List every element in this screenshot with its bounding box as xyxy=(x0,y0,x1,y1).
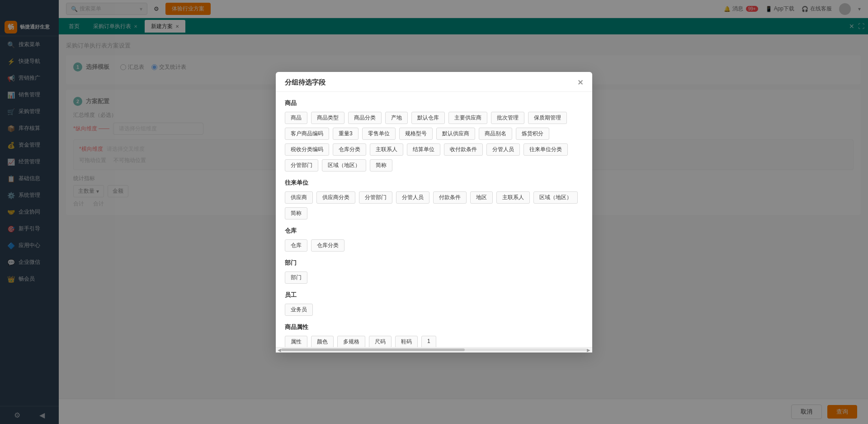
field-tag-分管部门[interactable]: 分管部门 xyxy=(359,191,392,204)
scroll-right-icon[interactable]: ▶ xyxy=(587,348,590,353)
field-tag-规格型号[interactable]: 规格型号 xyxy=(399,128,433,140)
section-title-employee: 员工 xyxy=(285,291,583,299)
scroll-left-icon[interactable]: ◀ xyxy=(278,348,281,353)
field-tag-颜色[interactable]: 颜色 xyxy=(311,336,334,347)
modal-body: 商品商品商品类型商品分类产地默认仓库主要供应商批次管理保质期管理客户商品编码重量… xyxy=(276,92,592,347)
field-tag-默认仓库[interactable]: 默认仓库 xyxy=(411,112,445,124)
field-tag-属性[interactable]: 属性 xyxy=(285,336,307,347)
section-title-goods: 商品 xyxy=(285,99,583,107)
field-tag-结算单位[interactable]: 结算单位 xyxy=(407,143,440,156)
field-tags-goods: 商品商品类型商品分类产地默认仓库主要供应商批次管理保质期管理客户商品编码重量3零… xyxy=(285,112,583,172)
field-tag-主要供应商[interactable]: 主要供应商 xyxy=(448,112,487,124)
field-tag-业务员[interactable]: 业务员 xyxy=(285,304,313,316)
field-tag-尺码[interactable]: 尺码 xyxy=(369,336,392,347)
field-tag-批次管理[interactable]: 批次管理 xyxy=(491,112,524,124)
field-tag-仓库[interactable]: 仓库 xyxy=(285,239,307,252)
field-tags-partner: 供应商供应商分类分管部门分管人员付款条件地区主联系人区域（地区）简称 xyxy=(285,191,583,219)
field-tag-分管人员[interactable]: 分管人员 xyxy=(486,143,520,156)
field-tag-区域（地区）[interactable]: 区域（地区） xyxy=(533,191,578,204)
modal-overlay: 分组待选字段 ✕ 商品商品商品类型商品分类产地默认仓库主要供应商批次管理保质期管… xyxy=(0,0,868,424)
section-title-partner: 往来单位 xyxy=(285,179,583,187)
field-tags-department: 部门 xyxy=(285,272,583,284)
field-picker-modal: 分组待选字段 ✕ 商品商品商品类型商品分类产地默认仓库主要供应商批次管理保质期管… xyxy=(276,72,592,353)
field-tag-客户商品编码[interactable]: 客户商品编码 xyxy=(285,128,329,140)
field-tag-税收分类编码[interactable]: 税收分类编码 xyxy=(285,143,329,156)
field-tags-warehouse: 仓库仓库分类 xyxy=(285,239,583,252)
field-tag-鞋码[interactable]: 鞋码 xyxy=(395,336,418,347)
field-tag-产地[interactable]: 产地 xyxy=(385,112,408,124)
field-tags-employee: 业务员 xyxy=(285,304,583,316)
field-tag-默认供应商[interactable]: 默认供应商 xyxy=(436,128,475,140)
modal-close-button[interactable]: ✕ xyxy=(577,78,583,87)
section-title-department: 部门 xyxy=(285,259,583,267)
field-tags-goods_attr: 属性颜色多规格尺码鞋码1 xyxy=(285,336,583,347)
field-tag-仓库分类[interactable]: 仓库分类 xyxy=(333,143,366,156)
scroll-thumb[interactable] xyxy=(281,348,465,351)
field-tag-主联系人[interactable]: 主联系人 xyxy=(496,191,530,204)
field-tag-保质期管理[interactable]: 保质期管理 xyxy=(528,112,567,124)
field-tag-商品别名[interactable]: 商品别名 xyxy=(479,128,512,140)
scroll-track[interactable] xyxy=(281,348,587,351)
field-tag-供应商分类[interactable]: 供应商分类 xyxy=(316,191,355,204)
field-tag-主联系人[interactable]: 主联系人 xyxy=(370,143,403,156)
field-tag-简称[interactable]: 简称 xyxy=(370,159,392,172)
field-tag-分管人员[interactable]: 分管人员 xyxy=(396,191,429,204)
field-tag-分管部门[interactable]: 分管部门 xyxy=(285,159,318,172)
field-tag-仓库分类[interactable]: 仓库分类 xyxy=(311,239,344,252)
field-tag-往来单位分类[interactable]: 往来单位分类 xyxy=(524,143,568,156)
section-title-warehouse: 仓库 xyxy=(285,227,583,235)
modal-header: 分组待选字段 ✕ xyxy=(276,72,592,92)
field-tag-区域（地区）[interactable]: 区域（地区） xyxy=(322,159,366,172)
field-tag-供应商[interactable]: 供应商 xyxy=(285,191,313,204)
field-tag-商品类型[interactable]: 商品类型 xyxy=(311,112,344,124)
section-title-goods_attr: 商品属性 xyxy=(285,323,583,331)
modal-title: 分组待选字段 xyxy=(285,78,326,87)
field-tag-部门[interactable]: 部门 xyxy=(285,272,307,284)
field-tag-商品[interactable]: 商品 xyxy=(285,112,307,124)
field-tag-付款条件[interactable]: 付款条件 xyxy=(433,191,467,204)
field-tag-炼货积分[interactable]: 炼货积分 xyxy=(516,128,549,140)
field-tag-简称[interactable]: 简称 xyxy=(285,207,307,219)
field-tag-多规格[interactable]: 多规格 xyxy=(337,336,365,347)
field-tag-商品分类[interactable]: 商品分类 xyxy=(348,112,382,124)
modal-horizontal-scrollbar[interactable]: ◀ ▶ xyxy=(276,347,592,353)
field-tag-重量3[interactable]: 重量3 xyxy=(333,128,359,140)
field-tag-零售单位[interactable]: 零售单位 xyxy=(362,128,396,140)
field-tag-地区[interactable]: 地区 xyxy=(470,191,493,204)
field-tag-收付款条件[interactable]: 收付款条件 xyxy=(444,143,483,156)
field-tag-1[interactable]: 1 xyxy=(421,336,436,347)
